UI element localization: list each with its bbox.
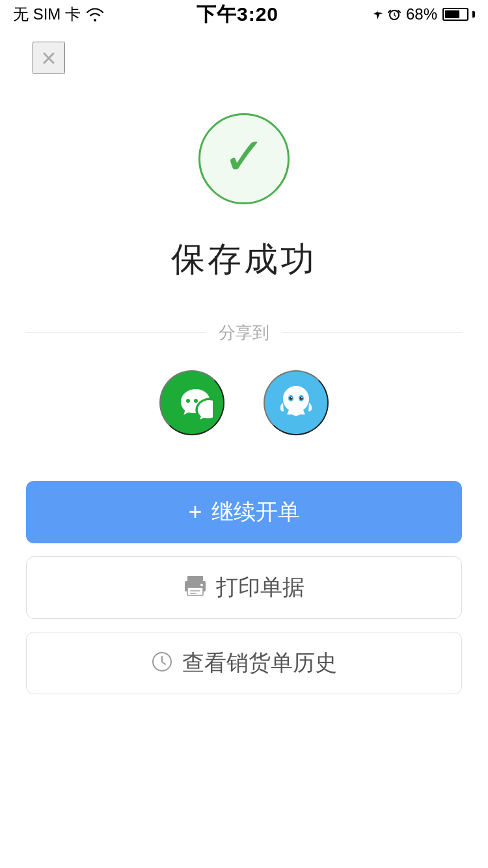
wechat-share-button[interactable]	[159, 370, 224, 435]
continue-order-button[interactable]: + 继续开单	[26, 481, 462, 543]
status-left: 无 SIM 卡	[13, 4, 104, 25]
svg-rect-15	[190, 593, 197, 594]
continue-order-label: 继续开单	[211, 497, 300, 527]
qq-share-button[interactable]	[264, 370, 329, 435]
status-bar: 无 SIM 卡 下午3:20 68%	[0, 0, 488, 29]
history-icon	[151, 651, 173, 676]
divider-left	[26, 332, 206, 333]
history-button[interactable]: 查看销货单历史	[26, 632, 462, 694]
svg-point-7	[290, 397, 293, 400]
svg-rect-11	[187, 576, 203, 581]
svg-point-2	[194, 399, 198, 403]
history-label: 查看销货单历史	[182, 648, 337, 678]
success-title: 保存成功	[171, 237, 317, 282]
svg-point-8	[300, 397, 303, 400]
success-circle: ✓	[198, 113, 290, 204]
alarm-icon	[388, 8, 401, 21]
print-label: 打印单据	[216, 573, 305, 603]
battery-percent: 68%	[406, 5, 437, 23]
svg-point-1	[186, 399, 190, 403]
print-icon	[183, 576, 207, 600]
close-icon: ×	[41, 45, 56, 71]
battery-icon	[442, 8, 475, 21]
main-content: × ✓ 保存成功 分享到	[0, 29, 488, 868]
share-icons-row	[159, 370, 329, 435]
share-divider: 分享到	[26, 321, 462, 344]
svg-point-3	[203, 408, 206, 411]
wechat-icon	[171, 385, 213, 420]
status-time: 下午3:20	[197, 1, 278, 28]
svg-point-9	[291, 397, 292, 398]
svg-rect-14	[190, 590, 200, 591]
print-button[interactable]: 打印单据	[26, 556, 462, 619]
wifi-icon	[86, 7, 104, 21]
no-sim-text: 无 SIM 卡	[13, 4, 81, 25]
plus-icon: +	[188, 500, 202, 524]
status-right: 68%	[371, 5, 475, 23]
checkmark-icon: ✓	[223, 131, 266, 183]
qq-icon	[278, 383, 314, 422]
share-label: 分享到	[219, 321, 269, 344]
close-button[interactable]: ×	[33, 42, 65, 74]
svg-point-10	[301, 397, 303, 398]
action-buttons: + 继续开单 打印单据	[26, 481, 462, 694]
svg-point-16	[200, 584, 203, 586]
location-icon	[371, 8, 383, 21]
divider-right	[282, 332, 462, 333]
